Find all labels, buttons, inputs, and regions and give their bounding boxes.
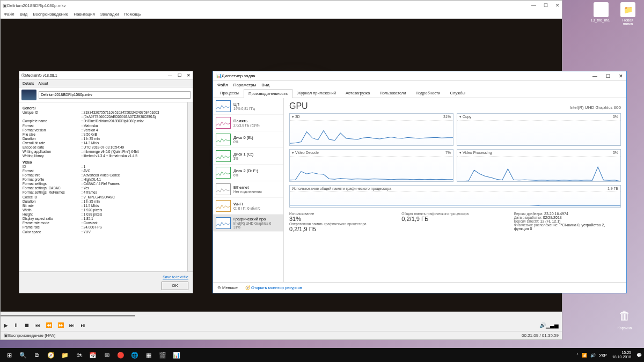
tab-3[interactable]: Автозагрузка [341,88,375,98]
minimize-button[interactable]: — [592,73,597,79]
gpu-charts: ▾ 3D31%▾ Copy0%▾ Video Decode7%▾ Video P… [289,113,621,208]
taskbar-app[interactable]: 📅 [86,349,100,361]
taskbar-app[interactable]: ✉ [100,349,114,361]
taskbar-app[interactable]: ▦ [142,349,156,361]
close-button[interactable]: ✕ [555,3,560,8]
gpu-detail-pane: GPU Intel(R) UHD Graphics 600 ▾ 3D31%▾ C… [284,98,626,282]
menu-file[interactable]: Файл [4,12,14,17]
forward-button[interactable]: ⏩ [57,322,64,328]
taskbar-app[interactable]: 📁 [58,349,72,361]
menu-navigation[interactable]: Навигация [74,12,95,17]
step-button[interactable]: ⏯ [80,322,85,328]
sidebar-item[interactable]: Диск 1 (C:)3% [213,148,283,165]
tab-5[interactable]: Подробности [411,88,445,98]
sidebar-item[interactable]: EthernetНет подключения [213,181,283,198]
taskbar-app[interactable]: 🌐 [128,349,142,361]
minimize-button[interactable]: — [168,73,172,78]
menu-file[interactable]: Файл [217,83,228,87]
taskbar-app[interactable]: 🛍 [72,349,86,361]
tab-0[interactable]: Процессы [215,88,244,98]
desktop-icons: 🎞13_the_ma.. 📁Новая папка [590,2,639,26]
scrollbar[interactable] [187,102,193,271]
stop-button[interactable]: ⏹ [24,322,30,328]
search-button[interactable]: 🔍 [16,349,30,361]
tab-4[interactable]: Пользователи [375,88,411,98]
desktop-icon-folder[interactable]: 📁Новая папка [617,2,639,26]
tab-1[interactable]: Производительность [244,89,292,98]
mediainfo-file-row [19,87,193,102]
status-bar: ▣ Воспроизведение [H/W] 00:21:09 / 01:35… [1,331,562,339]
ok-button[interactable]: OK [162,282,188,290]
minimize-button[interactable]: — [531,3,536,8]
menu-help[interactable]: Помощь [124,12,141,17]
menu-bookmarks[interactable]: Закладки [100,12,119,17]
sidebar-item[interactable]: Диск 2 (D: F:)6% [213,165,283,181]
sidebar-item[interactable]: Диск 0 (E:)0% [213,131,283,148]
gpu-heading: GPU [289,101,308,111]
tab-6[interactable]: Службы [445,88,470,98]
taskmgr-menubar: Файл Параметры Вид [213,81,626,88]
gpu-chart-3d[interactable]: ▾ 3D31% [289,113,453,146]
next-button[interactable]: ⏭ [69,322,75,328]
tray-notifications-icon[interactable]: 💬 [636,353,642,358]
sidebar-item[interactable]: ЦП14% 0,81 ГГц [213,98,283,115]
save-to-text-link[interactable]: Save to text file [163,275,188,279]
sidebar-item[interactable]: Графический проIntel(R) UHD Graphics 631… [213,215,283,232]
mediainfo-titlebar[interactable]: ⓘ MediaInfo v18.08.1 —☐✕ [19,71,193,80]
tab-details[interactable]: Details [23,82,34,85]
taskbar: ⊞ 🔍 ⧉ 🧭 📁 🛍 📅 ✉ 🔴 🌐 ▦ 🎬 📊 ˄ 📶 🔊 УКР 10:2… [0,348,644,362]
recycle-bin[interactable]: 🗑Корзина [616,309,633,330]
tab-about[interactable]: About [38,82,48,85]
volume-icon[interactable]: 🔊▁▃▅ [539,322,559,328]
mpc-title-text: Delirium2018BDRip1080p.mkv [7,3,65,8]
taskbar-app[interactable]: 🔴 [114,349,128,361]
menu-view[interactable]: Вид [20,12,27,17]
fewer-details-button[interactable]: ⊖ Меньше [217,285,238,290]
tray-volume-icon[interactable]: 🔊 [590,353,596,358]
taskbar-app[interactable]: 🎬 [156,349,170,361]
tray-expand-icon[interactable]: ˄ [576,353,579,358]
taskmgr-footer: ⊖ Меньше 🧭 Открыть монитор ресурсов [213,282,626,293]
tray-clock[interactable]: 10:2518.10.2018 [610,351,633,359]
mediainfo-window: ⓘ MediaInfo v18.08.1 —☐✕ Details About G… [19,71,193,293]
tray-network-icon[interactable]: 📶 [582,353,587,358]
taskmgr-titlebar[interactable]: 📊 Диспетчер задач —☐✕ [213,71,626,81]
menu-options[interactable]: Параметры [233,83,257,87]
sidebar-item[interactable]: Память2,0/3,8 ГБ (53%) [213,115,283,131]
sidebar-item[interactable]: Wi-FiО: 0 / П: 0 кбит/c [213,198,283,215]
taskview-button[interactable]: ⧉ [30,349,44,361]
taskmgr-title: Диспетчер задач [222,73,255,78]
playback-status: Воспроизведение [H/W] [8,333,55,338]
maximize-button[interactable]: ☐ [178,73,181,78]
start-button[interactable]: ⊞ [2,349,16,361]
tab-2[interactable]: Журнал приложений [292,88,341,98]
maximize-button[interactable]: ☐ [606,73,610,79]
maximize-button[interactable]: ☐ [544,3,548,8]
gpu-shared-memory-chart[interactable]: Использование общей памяти графического … [289,185,621,208]
gpu-chart-video-decode[interactable]: ▾ Video Decode7% [289,149,453,182]
menu-playback[interactable]: Воспроизведение [33,12,68,17]
mediainfo-title: MediaInfo v18.08.1 [25,73,57,77]
playback-time: 00:21:09 / 01:35:59 [522,333,559,338]
pause-button[interactable]: ⏸ [13,322,19,328]
close-button[interactable]: ✕ [187,73,191,78]
rewind-button[interactable]: ⏪ [46,322,52,328]
close-button[interactable]: ✕ [619,73,623,79]
file-path-input[interactable] [39,91,191,99]
file-thumbnail [21,90,36,100]
menu-view[interactable]: Вид [261,83,269,87]
gpu-chart-video-processing[interactable]: ▾ Video Processing0% [457,149,621,182]
taskbar-app[interactable]: 📊 [170,349,184,361]
taskbar-app[interactable]: 🧭 [44,349,58,361]
desktop-icon-file[interactable]: 🎞13_the_ma.. [590,2,612,26]
seek-bar[interactable] [1,312,562,319]
gpu-chart-copy[interactable]: ▾ Copy0% [457,113,621,146]
mediainfo-footer: Save to text file OK [19,271,193,293]
prev-button[interactable]: ⏮ [35,322,40,328]
open-resource-monitor-link[interactable]: 🧭 Открыть монитор ресурсов [245,285,302,290]
play-button[interactable]: ▶ [4,322,8,328]
mediainfo-details: GeneralUnique ID: 2193432075571109510245… [19,102,193,271]
tray-lang[interactable]: УКР [599,353,607,358]
taskmgr-window: 📊 Диспетчер задач —☐✕ Файл Параметры Вид… [213,71,627,293]
mpc-titlebar[interactable]: ▣ Delirium2018BDRip1080p.mkv —☐✕ [1,1,562,10]
